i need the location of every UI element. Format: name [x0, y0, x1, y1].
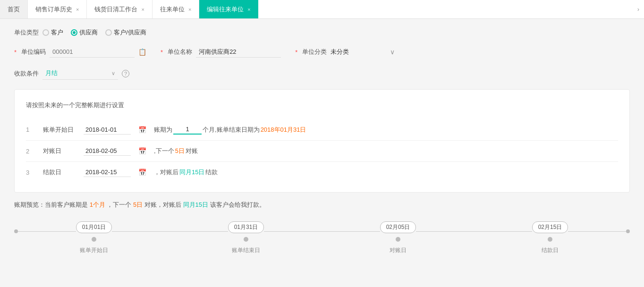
tl-line-3a	[322, 231, 380, 232]
name-field: * 单位名称	[161, 46, 281, 58]
node1-dot	[92, 237, 96, 242]
end-date-highlight: 2018年01月31日	[261, 126, 306, 134]
tab-cash-close-icon[interactable]: ×	[141, 7, 144, 12]
tab-sales-label: 销售订单历史	[35, 5, 72, 14]
timeline-section: 01月01日 01月31日	[14, 221, 630, 259]
unit-type-field: 单位类型 客户 供应商 客户/供应商	[14, 28, 146, 37]
tl-line-4a	[474, 231, 532, 232]
payment-date-input[interactable]	[84, 168, 131, 177]
code-label: 单位编码	[21, 48, 46, 56]
timeline-labels-row: 账单开始日 账单结束日 对账日 结款日	[14, 244, 630, 254]
radio-customer-circle	[42, 29, 49, 36]
cat-select-wrapper: 未分类 ∨	[330, 48, 395, 56]
node2-label: 账单结束日	[232, 246, 260, 254]
radio-supplier-label: 供应商	[79, 28, 98, 37]
preview-middle: ，下一个	[107, 201, 131, 208]
tl-line-2b	[264, 231, 322, 232]
node1-label: 账单开始日	[80, 246, 108, 254]
timeline-node-4: 02月15日	[474, 221, 626, 242]
start-date-input[interactable]	[84, 125, 131, 135]
name-required-star: *	[161, 49, 163, 56]
timeline-node-3: 02月05日	[322, 221, 474, 242]
tab-partner-unit[interactable]: 往来单位 ×	[153, 0, 199, 18]
timeline-left-cap	[14, 229, 18, 233]
period-months-input[interactable]	[173, 125, 202, 135]
timeline-right-cap	[626, 229, 630, 233]
tab-home[interactable]: 首页	[0, 0, 28, 18]
tab-cash-work[interactable]: 钱货日清工作台 ×	[87, 0, 152, 18]
node4-badge: 02月15日	[532, 221, 568, 233]
tl-line-1b	[112, 231, 170, 232]
radio-supplier[interactable]: 供应商	[71, 28, 98, 37]
code-name-row: * 单位编码 📋 * 单位名称 * 单位分类 未分类 ∨	[14, 46, 630, 58]
node3-dot	[396, 237, 400, 242]
category-field: * 单位分类 未分类 ∨	[295, 48, 395, 56]
tab-edit-partner[interactable]: 编辑往来单位 ×	[199, 0, 258, 18]
payment-dropdown[interactable]: 月结 ∨	[42, 67, 118, 80]
radio-both-circle	[105, 29, 112, 36]
node1-label-wrapper: 账单开始日	[18, 244, 170, 254]
cat-required-star: *	[295, 49, 297, 56]
preview-suffix-text: 该客户会给我打款。	[210, 201, 265, 208]
period-row-3: 3 结款日 📅 ，对账后 同月15日 结款	[26, 162, 618, 183]
timeline-node-2: 01月31日	[170, 221, 322, 242]
start-date-calendar-icon[interactable]: 📅	[138, 126, 146, 134]
name-input[interactable]	[196, 46, 281, 58]
row-num-1: 1	[26, 126, 35, 133]
tab-sales-order-history[interactable]: 销售订单历史 ×	[28, 0, 87, 18]
payment-dropdown-arrow-icon: ∨	[111, 70, 115, 76]
node1-badge: 01月01日	[76, 221, 112, 233]
radio-group: 客户 供应商 客户/供应商	[42, 28, 146, 37]
tab-partner-close-icon[interactable]: ×	[188, 7, 191, 12]
tab-sales-close-icon[interactable]: ×	[76, 7, 79, 12]
radio-customer-label: 客户	[51, 28, 63, 37]
row-1-desc: 账期为 个月,账单结束日期为 2018年01月31日	[154, 125, 306, 135]
node2-label-wrapper: 账单结束日	[170, 244, 322, 254]
period-suffix: 个月,账单结束日期为	[203, 126, 260, 134]
code-required-star: *	[14, 49, 17, 56]
timeline-node-1: 01月01日	[18, 221, 170, 242]
preview-middle2: 对账，对账后	[144, 201, 181, 208]
preview-reconcile: 5日	[133, 201, 143, 208]
page-content: 单位类型 客户 供应商 客户/供应商 * 单位编码	[0, 19, 644, 287]
preview-payment: 同月15日	[183, 201, 208, 208]
payment-value: 月结	[45, 69, 110, 77]
tab-cash-label: 钱货日清工作台	[94, 5, 137, 14]
reconcile-suffix: 对账	[186, 147, 198, 155]
period-label: 账期为	[154, 126, 172, 134]
tab-edit-label: 编辑往来单位	[207, 5, 244, 14]
help-icon[interactable]: ?	[122, 70, 129, 77]
tab-home-label: 首页	[8, 5, 20, 14]
tl-line-2a	[170, 231, 228, 232]
radio-customer[interactable]: 客户	[42, 28, 63, 37]
node3-label-wrapper: 对账日	[322, 244, 474, 254]
payment-calendar-icon[interactable]: 📅	[138, 169, 146, 176]
payment-day-highlight: 同月15日	[179, 168, 204, 177]
tl-line-4b	[568, 231, 626, 232]
payment-label: 收款条件	[14, 69, 39, 78]
preview-period: 1个月	[90, 201, 105, 208]
code-input[interactable]	[50, 46, 135, 58]
node2-dot	[244, 237, 248, 242]
period-row-1: 1 账单开始日 📅 账期为 个月,账单结束日期为 2018年01月31日	[26, 119, 618, 141]
node3-badge: 02月05日	[380, 221, 416, 233]
cat-label: 单位分类	[302, 48, 327, 56]
payment-row: 收款条件 月结 ∨ ?	[14, 67, 630, 80]
tab-edit-close-icon[interactable]: ×	[247, 7, 250, 12]
copy-icon[interactable]: 📋	[138, 48, 146, 56]
reconcile-date-input[interactable]	[84, 146, 131, 156]
preview-prefix: 账期预览：当前客户账期是	[14, 201, 88, 208]
tabs-more-arrow[interactable]: ›	[633, 0, 644, 18]
payment-prefix: ，对账后	[154, 168, 178, 177]
reconcile-prefix: ,下一个	[154, 147, 174, 155]
period-row-2: 2 对账日 📅 ,下一个 5日 对账	[26, 141, 618, 162]
radio-both[interactable]: 客户/供应商	[105, 28, 146, 37]
tab-partner-label: 往来单位	[160, 5, 185, 14]
reconcile-calendar-icon[interactable]: 📅	[138, 147, 146, 155]
row-3-desc: ，对账后 同月15日 结款	[154, 168, 218, 177]
cat-dropdown-icon[interactable]: ∨	[390, 48, 395, 56]
row-label-2: 对账日	[43, 147, 76, 155]
unit-type-row: 单位类型 客户 供应商 客户/供应商	[14, 28, 630, 37]
row-num-3: 3	[26, 169, 35, 176]
code-field: * 单位编码 📋	[14, 46, 146, 58]
